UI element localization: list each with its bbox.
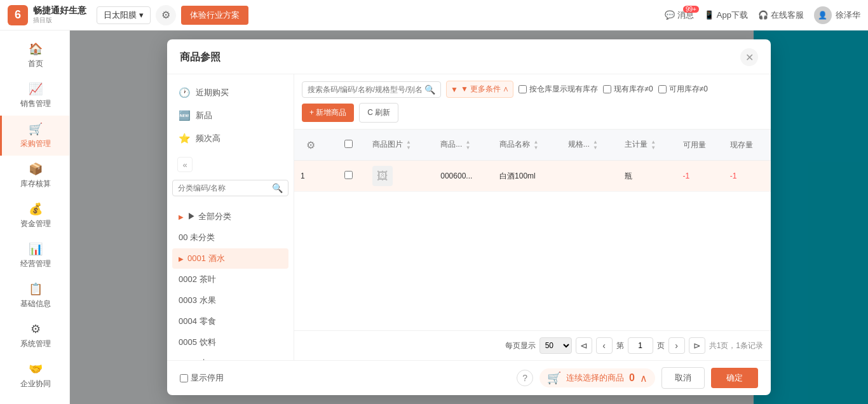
- cb-nonzero-stock[interactable]: 现有库存≠0: [603, 84, 653, 95]
- confirm-button[interactable]: 确定: [711, 368, 758, 388]
- row-checkbox[interactable]: [344, 171, 353, 179]
- tab-new[interactable]: 🆕 新品: [172, 105, 288, 126]
- home-icon: 🏠: [29, 42, 43, 56]
- row-checkbox-cell[interactable]: [338, 161, 366, 192]
- cb-available-stock[interactable]: 可用库存≠0: [658, 84, 708, 95]
- message-icon: 💬: [665, 10, 675, 20]
- pagination: 每页显示 50 10 20 100 ⊲ ‹ 第 页: [294, 330, 771, 360]
- settings-col-icon[interactable]: ⚙: [301, 135, 321, 155]
- cat-item-0002[interactable]: 0002 茶叶: [172, 269, 288, 290]
- sidebar-label: 企业协同: [20, 379, 51, 389]
- cat-item-0008[interactable]: 0008 水: [172, 353, 288, 360]
- tab-recent[interactable]: 🕐 近期购买: [172, 82, 288, 104]
- sidebar-item-system[interactable]: ⚙ 系统管理: [0, 316, 69, 356]
- next-page-button[interactable]: ›: [668, 337, 685, 354]
- sidebar-item-purchase[interactable]: 🛒 采购管理: [0, 116, 69, 156]
- cart-collapse-icon[interactable]: ∧: [640, 372, 648, 384]
- cat-item-0004[interactable]: 0004 零食: [172, 311, 288, 332]
- category-search-input[interactable]: [178, 184, 269, 192]
- app-download-button[interactable]: 📱 App下载: [704, 10, 748, 21]
- modal-close-button[interactable]: ✕: [740, 48, 758, 66]
- table-row[interactable]: 1 🖼 000600... 白酒100ml: [294, 161, 771, 192]
- star-icon: ⭐: [179, 133, 191, 144]
- cat-item-00[interactable]: 00 未分类: [172, 227, 288, 248]
- prev-page-button[interactable]: ‹: [596, 337, 613, 354]
- sidebar-item-guide[interactable]: 📖 新手引导: [0, 396, 69, 404]
- sidebar-item-enterprise[interactable]: 🤝 企业协同: [0, 356, 69, 396]
- warehouse-stock-checkbox[interactable]: [519, 85, 527, 93]
- show-disabled-checkbox[interactable]: 显示停用: [180, 372, 224, 384]
- tab-frequent[interactable]: ⭐ 频次高: [172, 128, 288, 149]
- first-page-button[interactable]: ⊲: [576, 337, 592, 354]
- help-button[interactable]: ?: [517, 370, 533, 386]
- cat-item-0005[interactable]: 0005 饮料: [172, 332, 288, 353]
- nav-selector[interactable]: 日太阳膜 ▾: [97, 6, 151, 24]
- col-stock: 现存量: [724, 130, 771, 161]
- add-product-button[interactable]: + 新增商品: [302, 104, 354, 122]
- sort-icon: ▲▼: [533, 139, 538, 151]
- base-info-icon: 📋: [29, 282, 43, 296]
- page-info: 共1页，1条记录: [709, 340, 763, 351]
- select-all-checkbox[interactable]: [344, 140, 353, 148]
- disabled-checkbox[interactable]: [180, 374, 188, 382]
- search-icon: 🔍: [272, 183, 283, 193]
- sidebar-label: 经营管理: [20, 259, 51, 269]
- collapse-button[interactable]: «: [177, 157, 193, 172]
- online-service-button[interactable]: 🎧 在线客服: [758, 10, 804, 21]
- sidebar-item-base-info[interactable]: 📋 基础信息: [0, 276, 69, 316]
- last-page-button[interactable]: ⊳: [689, 337, 705, 354]
- cancel-button[interactable]: 取消: [661, 367, 705, 389]
- message-badge: 99+: [683, 6, 699, 13]
- page-number-input[interactable]: [628, 337, 653, 354]
- sidebar-label: 基础信息: [20, 299, 51, 309]
- col-available: 可用量: [677, 130, 724, 161]
- sidebar-item-home[interactable]: 🏠 首页: [0, 36, 69, 76]
- content-area: 商品参照 ✕ 🕐 近期购买 🆕: [70, 30, 868, 404]
- refresh-button[interactable]: C 刷新: [359, 103, 398, 123]
- cat-item-0003[interactable]: 0003 水果: [172, 290, 288, 311]
- page-unit: 页: [657, 340, 665, 351]
- per-page-select[interactable]: 50 10 20 100: [539, 337, 572, 354]
- cb-warehouse-stock[interactable]: 按仓库显示现有库存: [519, 84, 598, 95]
- trial-button[interactable]: 体验行业方案: [181, 6, 248, 25]
- product-thumbnail: 🖼: [372, 166, 393, 186]
- sidebar-label: 首页: [28, 58, 43, 69]
- cat-item-0001[interactable]: ▶ 0001 酒水: [172, 248, 288, 269]
- headset-icon: 🎧: [758, 10, 768, 20]
- logo-area: 6 畅捷通好生意 插目版: [8, 5, 86, 25]
- sidebar-label: 资金管理: [20, 219, 51, 229]
- table-header-row: ⚙ 商品图片 ▲▼: [294, 130, 771, 161]
- filter-button[interactable]: ▼ ▼ 更多条件 ∧: [446, 81, 513, 98]
- row-spec-cell: [562, 161, 618, 192]
- sidebar-item-inventory[interactable]: 📦 库存核算: [0, 156, 69, 196]
- gear-button[interactable]: ⚙: [156, 5, 176, 25]
- left-panel-tabs: 🕐 近期购买 🆕 新品 ⭐ 频次高: [167, 79, 294, 152]
- sidebar-item-finance[interactable]: 💰 资金管理: [0, 196, 69, 236]
- cart-count: 0: [629, 372, 635, 384]
- right-panel: 🔍 ▼ ▼ 更多条件 ∧ 按仓库显示现有库存: [294, 74, 771, 360]
- row-image-cell: 🖼: [366, 161, 435, 192]
- nonzero-stock-checkbox[interactable]: [603, 85, 611, 93]
- product-search-box[interactable]: 🔍: [302, 81, 441, 98]
- col-checkbox: [338, 130, 366, 161]
- product-reference-modal: 商品参照 ✕ 🕐 近期购买 🆕: [167, 39, 771, 395]
- left-search-box[interactable]: 🔍: [172, 180, 288, 196]
- product-search-input[interactable]: [308, 85, 422, 94]
- row-available-cell: -1: [677, 161, 724, 192]
- left-panel: 🕐 近期购买 🆕 新品 ⭐ 频次高: [167, 74, 294, 360]
- avatar: 👤: [814, 6, 832, 24]
- modal-body: 🕐 近期购买 🆕 新品 ⭐ 频次高: [167, 74, 771, 360]
- messages-button[interactable]: 💬 消息 99+: [665, 10, 694, 21]
- cat-all[interactable]: ▶ ▶ 全部分类: [172, 206, 288, 227]
- col-spec: 规格... ▲▼: [562, 130, 618, 161]
- user-avatar-area[interactable]: 👤 徐泽华: [814, 6, 860, 24]
- sidebar-item-sales[interactable]: 📈 销售管理: [0, 76, 69, 116]
- search-icon: 🔍: [424, 84, 435, 95]
- col-settings: ⚙: [294, 130, 338, 161]
- sidebar-label: 库存核算: [20, 178, 51, 189]
- sort-icon: ▲▼: [466, 139, 471, 151]
- available-stock-checkbox[interactable]: [658, 85, 667, 93]
- top-nav: 6 畅捷通好生意 插目版 日太阳膜 ▾ ⚙ 体验行业方案 💬 消息 99+ 📱 …: [0, 0, 868, 30]
- sort-icon: ▲▼: [593, 139, 598, 151]
- sidebar-item-operations[interactable]: 📊 经营管理: [0, 236, 69, 276]
